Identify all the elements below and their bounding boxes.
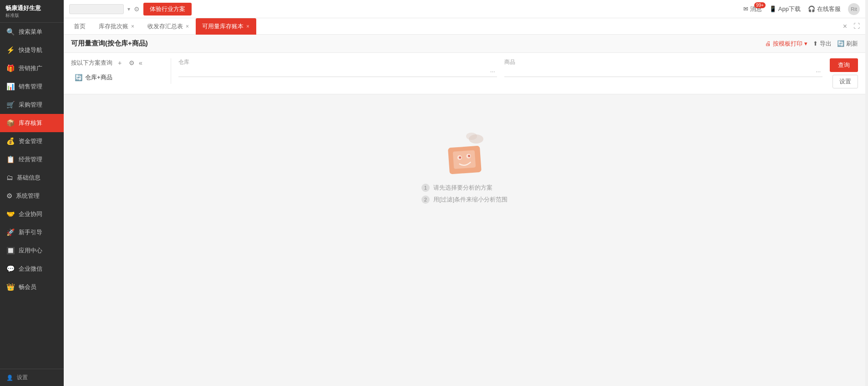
tab-inventory-summary-close[interactable]: × — [186, 23, 189, 30]
message-icon: ✉ — [743, 5, 748, 12]
sidebar-item-new-guide[interactable]: 🚀 新手引导 — [0, 223, 64, 242]
export-button[interactable]: ⬆ 导出 — [813, 40, 832, 48]
sidebar-item-marketing[interactable]: 🎁 营销推广 — [0, 59, 64, 77]
goods-field-label: 商品 — [504, 58, 823, 66]
setting-button[interactable]: 设置 — [832, 75, 858, 88]
tab-batch-account-close[interactable]: × — [131, 23, 134, 30]
empty-state: 1 请先选择要分析的方案 2 用[过滤]条件来缩小分析范围 — [64, 94, 865, 240]
right-edge-bar — [865, 0, 868, 386]
sidebar-item-finance[interactable]: 💰 资金管理 — [0, 132, 64, 150]
tab-inventory-summary[interactable]: 收发存汇总表 × — [141, 18, 196, 35]
app-download-button[interactable]: 📱 App下载 — [769, 5, 801, 13]
top-header: ▾ ⚙ 体验行业方案 ✉ 消息 99+ 📱 App下载 🎧 在线客服 Rit — [64, 0, 865, 18]
sidebar-item-inventory[interactable]: 📦 库存核算 — [0, 114, 64, 132]
sidebar: 畅康通好生意 标准版 🔍 搜索菜单 ⚡ 快捷导航 🎁 营销推广 📊 销售管理 🛒… — [0, 0, 64, 386]
goods-input[interactable] — [504, 68, 814, 75]
sidebar-item-search[interactable]: 🔍 搜索菜单 — [0, 23, 64, 41]
breadcrumb-input[interactable] — [69, 4, 124, 14]
svg-point-1 — [466, 133, 477, 140]
query-button[interactable]: 查询 — [830, 58, 858, 72]
user-avatar[interactable]: Rit — [848, 3, 860, 15]
crown-icon: 👑 — [6, 283, 15, 291]
sidebar-item-system[interactable]: ⚙ 系统管理 — [0, 187, 64, 205]
sidebar-bottom-label: 设置 — [17, 374, 28, 381]
refresh-button[interactable]: 🔄 刷新 — [837, 40, 858, 48]
sidebar-item-label: 应用中心 — [19, 247, 42, 255]
tab-batch-account-label: 库存批次账 — [99, 22, 128, 31]
sidebar-bottom-icon: 👤 — [6, 375, 13, 381]
sidebar-item-label: 销售管理 — [19, 82, 42, 91]
settings-icon[interactable]: ⚙ — [134, 5, 140, 13]
message-badge: 99+ — [754, 2, 766, 8]
sidebar-item-operations[interactable]: 📋 经营管理 — [0, 150, 64, 169]
sidebar-item-enterprise-wx[interactable]: 💬 企业微信 — [0, 260, 64, 278]
tab-batch-account[interactable]: 库存批次账 × — [92, 18, 141, 35]
goods-more-button[interactable]: ··· — [814, 68, 822, 75]
sidebar-item-sales[interactable]: 📊 销售管理 — [0, 77, 64, 96]
tab-home[interactable]: 首页 — [67, 18, 92, 35]
sidebar-item-purchase[interactable]: 🛒 采购管理 — [0, 96, 64, 114]
box-icon: 📦 — [6, 119, 15, 127]
sidebar-item-label: 资金管理 — [19, 137, 42, 145]
chart-icon: 📊 — [6, 82, 15, 91]
chat-icon: 💬 — [6, 265, 15, 273]
scheme-item-warehouse-goods[interactable]: 🔄 仓库+商品 — [71, 71, 165, 84]
tab-available-ledger-close[interactable]: × — [246, 23, 249, 30]
sidebar-item-basic-info[interactable]: 🗂 基础信息 — [0, 169, 64, 187]
money-icon: 💰 — [6, 137, 15, 145]
scheme-settings-button[interactable]: ⚙ — [127, 58, 136, 67]
sidebar-logo: 畅康通好生意 标准版 — [0, 0, 64, 23]
add-scheme-button[interactable]: + — [115, 58, 124, 67]
cart-icon: 🛒 — [6, 101, 15, 109]
tab-available-ledger-label: 可用量库存账本 — [202, 22, 244, 31]
query-actions: 查询 设置 — [830, 58, 858, 88]
phone-icon: 📱 — [769, 5, 777, 12]
message-button[interactable]: ✉ 消息 99+ — [743, 5, 762, 13]
setting-icon: ⚙ — [129, 59, 135, 67]
query-area: 按以下方案查询 + ⚙ « 🔄 仓库+商品 仓库 — [64, 53, 865, 94]
query-left-panel: 按以下方案查询 + ⚙ « 🔄 仓库+商品 — [71, 58, 171, 84]
print-dropdown-icon[interactable]: ▾ — [804, 40, 807, 47]
sidebar-item-label: 经营管理 — [19, 155, 42, 164]
warehouse-field-label: 仓库 — [178, 58, 497, 66]
gear-icon: ⚙ — [6, 192, 12, 200]
warehouse-more-button[interactable]: ··· — [488, 68, 497, 75]
fullscreen-button[interactable]: ⛶ — [852, 22, 862, 31]
sidebar-item-label: 企业微信 — [19, 265, 42, 273]
collapse-button[interactable]: « — [139, 59, 142, 67]
trial-industry-button[interactable]: 体验行业方案 — [143, 3, 192, 15]
page-content: 可用量查询(按仓库+商品) 🖨 按模板打印 ▾ ⬆ 导出 🔄 刷新 — [64, 35, 865, 386]
sidebar-bottom[interactable]: 👤 设置 — [0, 369, 64, 386]
refresh-label: 刷新 — [846, 40, 858, 48]
print-template-button[interactable]: 🖨 按模板打印 ▾ — [765, 40, 807, 48]
tab-available-ledger[interactable]: 可用量库存账本 × — [196, 18, 256, 35]
tab-home-label: 首页 — [74, 22, 86, 31]
sidebar-item-label: 企业协同 — [19, 210, 42, 218]
logo-title: 畅康通好生意 — [5, 5, 58, 12]
export-label: 导出 — [820, 40, 832, 48]
folder-icon: 🗂 — [6, 174, 13, 181]
warehouse-input[interactable] — [178, 68, 488, 75]
page-header-bar: 可用量查询(按仓库+商品) 🖨 按模板打印 ▾ ⬆ 导出 🔄 刷新 — [64, 35, 865, 53]
clipboard-icon: 📋 — [6, 155, 15, 164]
online-service-button[interactable]: 🎧 在线客服 — [808, 5, 841, 13]
sidebar-item-enterprise-coop[interactable]: 🤝 企业协同 — [0, 205, 64, 223]
export-icon: ⬆ — [813, 40, 818, 47]
dropdown-icon[interactable]: ▾ — [127, 6, 130, 12]
svg-rect-3 — [452, 150, 476, 169]
sidebar-item-label: 系统管理 — [16, 192, 40, 200]
add-icon: + — [118, 59, 122, 67]
sidebar-item-app-center[interactable]: 🔲 应用中心 — [0, 242, 64, 260]
sidebar-item-shortcut[interactable]: ⚡ 快捷导航 — [0, 41, 64, 59]
shortcut-icon: ⚡ — [6, 46, 15, 54]
tabs-bar-right: × ⛶ — [841, 22, 862, 31]
close-all-tabs-button[interactable]: × — [841, 22, 849, 31]
goods-input-row: ··· — [504, 68, 823, 77]
empty-hint-1: 1 请先选择要分析的方案 — [421, 184, 508, 192]
sidebar-item-label: 畅会员 — [19, 283, 36, 291]
sidebar-item-member[interactable]: 👑 畅会员 — [0, 278, 64, 296]
app-download-label: App下载 — [778, 5, 801, 13]
sidebar-item-label: 营销推广 — [19, 64, 42, 72]
empty-illustration — [437, 131, 492, 176]
tab-inventory-summary-label: 收发存汇总表 — [147, 22, 183, 31]
